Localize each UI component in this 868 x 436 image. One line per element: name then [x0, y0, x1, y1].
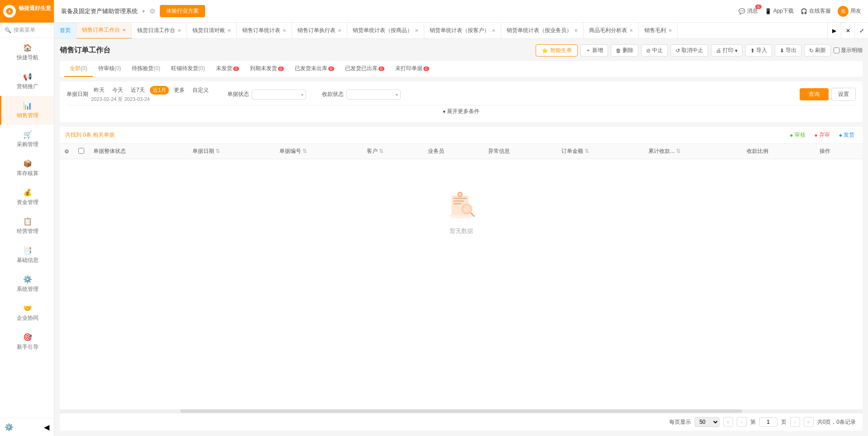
system-icon: ⚙️	[23, 275, 32, 284]
tab-home[interactable]: 首页	[54, 23, 77, 39]
per-page-select[interactable]: 50 10 20 100	[695, 417, 719, 427]
th-date[interactable]: 单据日期⇅	[188, 144, 275, 159]
sidebar-item-sales[interactable]: 📊 销售管理	[0, 96, 54, 125]
th-amount[interactable]: 订单金额⇅	[557, 144, 644, 159]
import-btn[interactable]: ⬆ 导入	[745, 44, 772, 57]
page-title: 销售订单工作台	[60, 46, 110, 55]
settings-icon[interactable]: ⚙️	[5, 423, 14, 431]
select-all-checkbox[interactable]	[78, 148, 84, 154]
sidebar-item-system[interactable]: ⚙️ 系统管理	[0, 270, 54, 299]
next-page-btn[interactable]: ›	[790, 417, 800, 427]
msg-icon-item[interactable]: 💬 6 消息	[739, 7, 758, 15]
tab-sales-stat-customer-close[interactable]: ✕	[492, 28, 495, 33]
tab-sales-workbench-close[interactable]: ✕	[122, 28, 126, 33]
sidebar-item-inventory[interactable]: 📦 库存核算	[0, 154, 54, 183]
query-btn[interactable]: 查询	[800, 88, 829, 100]
tab-sales-order-stat-close[interactable]: ✕	[283, 28, 286, 33]
tab-sales-order-exec-close[interactable]: ✕	[338, 28, 341, 33]
tab-sales-stat-staff-close[interactable]: ✕	[574, 28, 578, 33]
th-setting[interactable]: ⚙	[60, 144, 74, 159]
sidebar-item-finance[interactable]: 💰 资金管理	[0, 183, 54, 212]
tab-product-margin[interactable]: 商品毛利分析表 ✕	[584, 23, 639, 39]
tab-sales-stat-product-close[interactable]: ✕	[415, 28, 418, 33]
sidebar-item-enterprise[interactable]: 🤝 企业协同	[0, 299, 54, 327]
dropdown-icon[interactable]: ▾	[142, 8, 145, 14]
ship-btn[interactable]: ● 发货	[836, 130, 857, 140]
filter-tab-not-printed[interactable]: 未打印单据0	[390, 61, 435, 77]
tab-sales-stat-customer[interactable]: 销货单统计表（按客户） ✕	[424, 23, 501, 39]
date-opt-1month[interactable]: 近1月	[150, 86, 169, 95]
print-btn[interactable]: 🖨 打印 ▾	[711, 44, 743, 57]
delete-btn[interactable]: 🗑 删除	[611, 44, 638, 57]
filter-tab-shipped-not-out[interactable]: 已发货未出库0	[289, 61, 340, 77]
last-page-btn[interactable]: »	[804, 417, 814, 427]
collapse-icon[interactable]: ◀	[44, 423, 49, 431]
sidebar-item-basic-info[interactable]: 📑 基础信息	[0, 241, 54, 270]
tab-sales-stat-staff[interactable]: 销货单统计表（按业务员） ✕	[501, 23, 584, 39]
cancel-stop-btn[interactable]: ↺ 取消中止	[671, 44, 708, 57]
tab-cash-reconcile[interactable]: 钱货日清对账 ✕	[187, 23, 237, 39]
smart-create-btn[interactable]: ⭐ 智能生单	[536, 44, 578, 57]
tab-sales-profit-close[interactable]: ✕	[668, 28, 672, 33]
sidebar-item-quick-nav[interactable]: 🏠 快捷导航	[0, 38, 54, 67]
date-opt-yesterday[interactable]: 昨天	[91, 86, 107, 95]
sidebar-item-marketing[interactable]: 📢 营销推广	[0, 67, 54, 96]
filter-tab-all[interactable]: 全部(0)	[64, 61, 93, 77]
show-detail-checkbox[interactable]: 显示明细	[834, 47, 863, 54]
prev-page-btn[interactable]: ‹	[737, 417, 747, 427]
tab-sales-order-stat[interactable]: 销售订单统计表 ✕	[237, 23, 292, 39]
tab-cash-daily[interactable]: 钱货日清工作台 ✕	[132, 23, 187, 39]
date-opt-7days[interactable]: 近7天	[128, 86, 148, 95]
status-select[interactable]	[252, 90, 306, 100]
setting-btn[interactable]: 设置	[831, 88, 856, 101]
refresh-btn[interactable]: ↻ 刷新	[804, 44, 831, 57]
horizontal-scrollbar[interactable]	[60, 409, 863, 413]
tab-sales-profit[interactable]: 销售毛利 ✕	[639, 23, 678, 39]
tab-maximize-btn[interactable]: ⤢	[854, 23, 868, 39]
sidebar-item-operations[interactable]: 📋 经营管理	[0, 212, 54, 241]
first-page-btn[interactable]: «	[723, 417, 733, 427]
filter-tab-wangpu[interactable]: 旺铺待发货(0)	[166, 61, 211, 77]
filter-tab-pending-inspect[interactable]: 待拣验货(0)	[126, 61, 166, 77]
th-customer[interactable]: 客户⇅	[362, 144, 423, 159]
filter-tab-shipped-out[interactable]: 已发货已出库0	[340, 61, 390, 77]
page-input[interactable]	[759, 417, 777, 427]
tab-sales-workbench[interactable]: 销售订单工作台 ✕	[77, 23, 132, 39]
approve-btn[interactable]: ● 审核	[787, 130, 808, 140]
filter-tab-overdue-not-shipped[interactable]: 到期未发货0	[245, 61, 289, 77]
add-btn[interactable]: ＋ 新增	[580, 44, 608, 57]
print-dropdown-icon: ▾	[735, 47, 738, 54]
reject-btn[interactable]: ● 弃审	[812, 130, 833, 140]
th-collected[interactable]: 累计收款...⇅	[644, 144, 742, 159]
sidebar-item-guide[interactable]: 🎯 新手引导	[0, 327, 54, 356]
payment-select[interactable]	[346, 90, 401, 100]
tab-close-all-btn[interactable]: ✕	[841, 23, 854, 39]
online-service-item[interactable]: 🎧 在线客服	[801, 7, 831, 15]
search-menu[interactable]: 🔍 搜索菜单	[0, 23, 54, 38]
settings-gear-icon[interactable]: ⚙	[149, 7, 155, 15]
show-detail-input[interactable]	[834, 47, 839, 53]
tab-more-btn[interactable]: ▶	[827, 23, 841, 39]
filter-tab-not-shipped[interactable]: 未发货0	[211, 61, 245, 77]
date-opt-custom[interactable]: 自定义	[190, 86, 211, 95]
th-number[interactable]: 单据编号⇅	[275, 144, 362, 159]
tab-sales-stat-product[interactable]: 销货单统计表（按商品） ✕	[347, 23, 424, 39]
th-staff[interactable]: 业务员	[423, 144, 484, 159]
filter-expand-btn[interactable]: ▾ 展开更多条件	[67, 105, 856, 118]
filter-tab-pending-review[interactable]: 待审核(0)	[93, 61, 127, 77]
tab-sales-order-exec[interactable]: 销售订单执行表 ✕	[292, 23, 347, 39]
user-profile[interactable]: 友 用友	[838, 6, 861, 17]
date-opt-more[interactable]: 更多	[171, 86, 187, 95]
sidebar-item-purchase[interactable]: 🛒 采购管理	[0, 125, 54, 154]
industry-btn[interactable]: 体验行业方案	[160, 5, 205, 17]
tab-cash-daily-close[interactable]: ✕	[177, 28, 181, 33]
table-area: 共找到 0条 相关单据 ● 审核 ● 弃审 ● 发货	[60, 127, 863, 431]
tab-product-margin-close[interactable]: ✕	[629, 28, 633, 33]
date-opt-today[interactable]: 今天	[110, 86, 126, 95]
tab-cash-reconcile-close[interactable]: ✕	[227, 28, 231, 33]
stop-btn[interactable]: ⊘ 中止	[641, 44, 668, 57]
user-name: 用友	[850, 7, 861, 15]
app-download-item[interactable]: 📱 App下载	[765, 7, 794, 15]
th-check[interactable]	[74, 144, 89, 159]
export-btn[interactable]: ⬇ 导出	[775, 44, 801, 57]
